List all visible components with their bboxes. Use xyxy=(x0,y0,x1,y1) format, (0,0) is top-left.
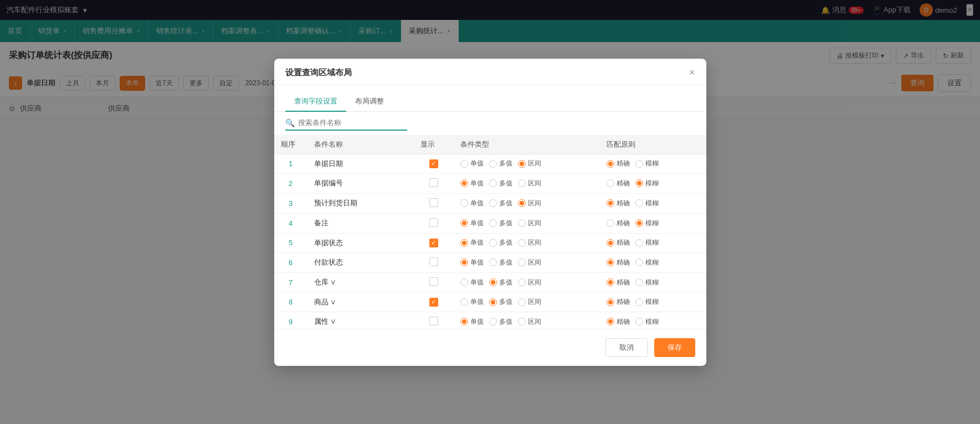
type-radio-item[interactable]: 区间 xyxy=(518,179,541,188)
radio-dot[interactable] xyxy=(460,298,468,306)
type-radio-item[interactable]: 多值 xyxy=(489,317,512,327)
match-radio-item[interactable]: 精确 xyxy=(607,258,630,267)
match-radio-item[interactable]: 模糊 xyxy=(635,159,659,168)
display-checkbox[interactable] xyxy=(429,298,438,307)
type-radio-item[interactable]: 区间 xyxy=(518,159,541,168)
match-radio-item[interactable]: 模糊 xyxy=(635,199,659,208)
type-radio-item[interactable]: 多值 xyxy=(489,159,512,168)
type-radio-item[interactable]: 多值 xyxy=(489,219,512,228)
match-radio-item[interactable]: 精确 xyxy=(607,199,630,208)
type-radio-item[interactable]: 多值 xyxy=(489,238,512,247)
radio-dot[interactable] xyxy=(635,278,643,286)
type-radio-item[interactable]: 区间 xyxy=(518,238,541,247)
match-radio-item[interactable]: 精确 xyxy=(607,317,630,327)
radio-dot[interactable] xyxy=(489,298,497,306)
cell-display[interactable] xyxy=(414,272,454,292)
match-radio-item[interactable]: 模糊 xyxy=(635,278,659,287)
radio-dot[interactable] xyxy=(607,318,614,325)
display-checkbox[interactable] xyxy=(429,218,438,227)
cell-display[interactable] xyxy=(414,193,454,213)
radio-dot[interactable] xyxy=(489,318,497,325)
type-radio-item[interactable]: 区间 xyxy=(518,258,541,267)
radio-dot[interactable] xyxy=(607,179,614,187)
cell-display[interactable] xyxy=(414,312,454,329)
type-radio-item[interactable]: 单值 xyxy=(460,159,484,168)
radio-dot[interactable] xyxy=(607,160,614,168)
type-radio-item[interactable]: 区间 xyxy=(518,297,541,307)
type-radio-item[interactable]: 单值 xyxy=(460,317,484,327)
radio-dot[interactable] xyxy=(489,179,497,187)
type-radio-item[interactable]: 单值 xyxy=(460,278,484,287)
match-radio-item[interactable]: 精确 xyxy=(607,159,630,168)
radio-dot[interactable] xyxy=(518,219,526,227)
type-radio-item[interactable]: 单值 xyxy=(460,258,484,267)
radio-dot[interactable] xyxy=(635,258,643,266)
match-radio-item[interactable]: 精确 xyxy=(607,297,630,307)
display-checkbox[interactable] xyxy=(429,317,438,325)
display-checkbox[interactable] xyxy=(429,257,438,266)
type-radio-item[interactable]: 区间 xyxy=(518,219,541,228)
display-checkbox[interactable] xyxy=(429,239,438,247)
display-checkbox[interactable] xyxy=(429,178,438,187)
radio-dot[interactable] xyxy=(607,199,614,207)
type-radio-item[interactable]: 单值 xyxy=(460,179,484,188)
radio-dot[interactable] xyxy=(460,278,468,286)
type-radio-item[interactable]: 单值 xyxy=(460,199,484,208)
radio-dot[interactable] xyxy=(635,298,643,306)
radio-dot[interactable] xyxy=(607,219,614,227)
radio-dot[interactable] xyxy=(518,298,526,306)
match-radio-item[interactable]: 模糊 xyxy=(635,258,659,267)
dialog-close-button[interactable]: × xyxy=(689,68,695,77)
radio-dot[interactable] xyxy=(518,179,526,187)
type-radio-item[interactable]: 区间 xyxy=(518,317,541,327)
radio-dot[interactable] xyxy=(518,278,526,286)
radio-dot[interactable] xyxy=(518,160,526,168)
type-radio-item[interactable]: 多值 xyxy=(489,297,512,307)
radio-dot[interactable] xyxy=(489,199,497,207)
search-input[interactable] xyxy=(298,118,407,127)
radio-dot[interactable] xyxy=(635,239,643,247)
match-radio-item[interactable]: 模糊 xyxy=(635,238,659,247)
match-radio-item[interactable]: 精确 xyxy=(607,238,630,247)
type-radio-item[interactable]: 多值 xyxy=(489,199,512,208)
radio-dot[interactable] xyxy=(489,160,497,168)
radio-dot[interactable] xyxy=(460,199,468,207)
cell-display[interactable] xyxy=(414,154,454,173)
radio-dot[interactable] xyxy=(460,239,468,247)
match-radio-item[interactable]: 精确 xyxy=(607,278,630,287)
type-radio-item[interactable]: 区间 xyxy=(518,278,541,287)
type-radio-item[interactable]: 单值 xyxy=(460,297,484,307)
cell-display[interactable] xyxy=(414,292,454,312)
cell-display[interactable] xyxy=(414,173,454,193)
type-radio-item[interactable]: 区间 xyxy=(518,199,541,208)
radio-dot[interactable] xyxy=(607,278,614,286)
display-checkbox[interactable] xyxy=(429,277,438,286)
match-radio-item[interactable]: 模糊 xyxy=(635,179,659,188)
radio-dot[interactable] xyxy=(607,239,614,247)
radio-dot[interactable] xyxy=(460,258,468,266)
radio-dot[interactable] xyxy=(635,219,643,227)
radio-dot[interactable] xyxy=(518,239,526,247)
cancel-button[interactable]: 取消 xyxy=(606,338,648,357)
display-checkbox[interactable] xyxy=(429,198,438,207)
match-radio-item[interactable]: 精确 xyxy=(607,179,630,188)
radio-dot[interactable] xyxy=(518,318,526,325)
radio-dot[interactable] xyxy=(635,179,643,187)
radio-dot[interactable] xyxy=(489,219,497,227)
radio-dot[interactable] xyxy=(518,199,526,207)
radio-dot[interactable] xyxy=(460,219,468,227)
radio-dot[interactable] xyxy=(635,318,643,325)
radio-dot[interactable] xyxy=(489,278,497,286)
radio-dot[interactable] xyxy=(460,160,468,168)
radio-dot[interactable] xyxy=(518,258,526,266)
cell-display[interactable] xyxy=(414,252,454,272)
type-radio-item[interactable]: 多值 xyxy=(489,179,512,188)
save-button[interactable]: 保存 xyxy=(654,338,695,357)
type-radio-item[interactable]: 单值 xyxy=(460,238,484,247)
match-radio-item[interactable]: 模糊 xyxy=(635,219,659,228)
match-radio-item[interactable]: 模糊 xyxy=(635,317,659,327)
cell-display[interactable] xyxy=(414,213,454,233)
cell-display[interactable] xyxy=(414,233,454,252)
radio-dot[interactable] xyxy=(607,258,614,266)
radio-dot[interactable] xyxy=(635,199,643,207)
